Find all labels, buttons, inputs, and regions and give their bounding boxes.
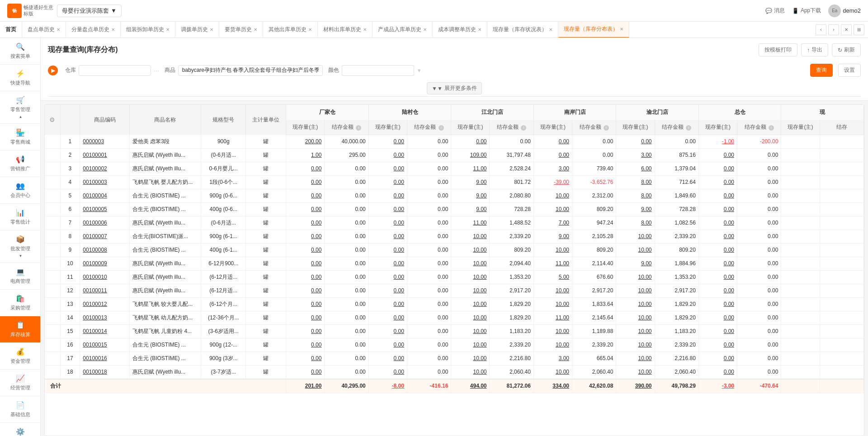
row-yb-qty[interactable]: 10.00: [616, 297, 655, 311]
row-jb-qty[interactable]: 10.00: [451, 338, 490, 352]
row-z-qty[interactable]: 0.00: [698, 175, 737, 189]
row-code[interactable]: 00100004: [80, 189, 130, 202]
row-l-qty[interactable]: 0.00: [368, 352, 407, 365]
export-button[interactable]: ↑ 导出: [801, 43, 828, 56]
row-l-qty[interactable]: 0.00: [368, 148, 407, 162]
refresh-button[interactable]: ↻ 刷新: [832, 43, 861, 56]
print-button[interactable]: 按模板打印: [759, 43, 797, 56]
footer-z-qty[interactable]: -3.00: [698, 379, 737, 393]
row-z-qty[interactable]: 0.00: [698, 297, 737, 311]
close-icon[interactable]: ✕: [423, 27, 427, 32]
row-jb-qty[interactable]: 10.00: [451, 284, 490, 297]
info-icon[interactable]: i: [521, 125, 526, 131]
row-yb-qty[interactable]: 10.00: [616, 311, 655, 324]
row-yb-qty[interactable]: 3.00: [616, 148, 655, 162]
sidebar-item-retail-mgmt[interactable]: 🛒 零售管理 ▲: [0, 91, 40, 124]
close-icon[interactable]: ✕: [308, 27, 312, 32]
footer-f-qty[interactable]: 201.00: [286, 379, 325, 393]
tab-expand-btn[interactable]: ⊞: [854, 24, 864, 35]
row-code[interactable]: 00100018: [80, 365, 130, 379]
warehouse-input[interactable]: [79, 65, 151, 76]
row-na-qty[interactable]: 11.00: [533, 311, 572, 324]
row-l-qty[interactable]: 0.00: [368, 297, 407, 311]
row-yb-qty[interactable]: 9.00: [616, 257, 655, 270]
row-jb-qty[interactable]: 10.00: [451, 297, 490, 311]
row-na-qty[interactable]: 7.00: [533, 216, 572, 230]
row-code[interactable]: 00100003: [80, 175, 130, 189]
row-z-qty[interactable]: 0.00: [698, 162, 737, 175]
expand-more-btn[interactable]: ▼▼ 展开更多条件: [427, 82, 482, 94]
row-na-qty[interactable]: 10.00: [533, 338, 572, 352]
row-code[interactable]: 00100012: [80, 297, 130, 311]
row-code[interactable]: 00100001: [80, 148, 130, 162]
row-yb-qty[interactable]: 10.00: [616, 352, 655, 365]
row-f-qty[interactable]: 0.00: [286, 311, 325, 324]
row-jb-qty[interactable]: 10.00: [451, 257, 490, 270]
row-yb-qty[interactable]: 10.00: [616, 338, 655, 352]
close-icon[interactable]: ✕: [620, 27, 623, 32]
row-na-qty[interactable]: 0.00: [533, 148, 572, 162]
row-l-qty[interactable]: 0.00: [368, 311, 407, 324]
row-yb-qty[interactable]: 10.00: [616, 270, 655, 284]
row-f-qty[interactable]: 1.00: [286, 148, 325, 162]
row-na-qty[interactable]: 10.00: [533, 297, 572, 311]
tab-prev-btn[interactable]: ‹: [816, 24, 826, 35]
row-l-qty[interactable]: 0.00: [368, 230, 407, 243]
row-z-qty[interactable]: 0.00: [698, 270, 737, 284]
row-yb-qty[interactable]: 0.00: [616, 135, 655, 149]
close-icon[interactable]: ✕: [57, 27, 60, 32]
row-z-qty[interactable]: 0.00: [698, 324, 737, 338]
row-z-qty[interactable]: 0.00: [698, 148, 737, 162]
color-input[interactable]: [342, 65, 414, 76]
tab-9[interactable]: 成本调整单历史 ✕: [433, 22, 487, 38]
sidebar-item-search[interactable]: 🔍 搜索英单: [0, 38, 40, 65]
row-jb-qty[interactable]: 11.00: [451, 162, 490, 175]
warehouse-clear-icon[interactable]: ···: [154, 67, 159, 74]
row-jb-qty[interactable]: 109.00: [451, 148, 490, 162]
row-f-qty[interactable]: 0.00: [286, 352, 325, 365]
row-z-qty[interactable]: 0.00: [698, 216, 737, 230]
row-code[interactable]: 0000003: [80, 135, 130, 149]
row-jb-qty[interactable]: 10.00: [451, 311, 490, 324]
row-jb-qty[interactable]: 10.00: [451, 243, 490, 257]
row-code[interactable]: 00100006: [80, 216, 130, 230]
row-yb-qty[interactable]: 10.00: [616, 324, 655, 338]
tab-3[interactable]: 组装拆卸单历史 ✕: [121, 22, 175, 38]
row-l-qty[interactable]: 0.00: [368, 243, 407, 257]
info-icon[interactable]: i: [604, 125, 609, 131]
settings-icon[interactable]: ⚙: [49, 116, 55, 123]
row-code[interactable]: 00100011: [80, 284, 130, 297]
close-icon[interactable]: ✕: [478, 27, 481, 32]
message-icon-area[interactable]: 💬 消息: [765, 7, 785, 14]
row-code[interactable]: 00100010: [80, 270, 130, 284]
row-yb-qty[interactable]: 6.00: [616, 162, 655, 175]
row-yb-qty[interactable]: 10.00: [616, 365, 655, 379]
close-icon[interactable]: ✕: [166, 27, 170, 32]
row-l-qty[interactable]: 0.00: [368, 365, 407, 379]
tab-5[interactable]: 要货单历史 ✕: [219, 22, 263, 38]
row-f-qty[interactable]: 0.00: [286, 324, 325, 338]
row-l-qty[interactable]: 0.00: [368, 202, 407, 216]
close-icon[interactable]: ✕: [254, 27, 257, 32]
tab-8[interactable]: 产成品入库单历史 ✕: [373, 22, 433, 38]
row-yb-qty[interactable]: 9.00: [616, 202, 655, 216]
query-button[interactable]: 查询: [810, 64, 833, 77]
sidebar-item-basics[interactable]: 📄 基础信息: [0, 396, 40, 423]
row-f-qty[interactable]: 0.00: [286, 230, 325, 243]
row-l-qty[interactable]: 0.00: [368, 189, 407, 202]
row-z-qty[interactable]: 0.00: [698, 202, 737, 216]
sidebar-item-inventory[interactable]: 📋 库存核算: [0, 316, 40, 343]
sidebar-item-retail-mall[interactable]: 🏪 零售商城: [0, 124, 40, 150]
close-icon[interactable]: ✕: [210, 27, 213, 32]
close-icon[interactable]: ✕: [549, 27, 552, 32]
row-jb-qty[interactable]: 10.00: [451, 324, 490, 338]
row-jb-qty[interactable]: 10.00: [451, 230, 490, 243]
info-icon[interactable]: i: [439, 125, 444, 131]
tab-10[interactable]: 现存量（库存状况表） ✕: [487, 22, 558, 38]
settings-button[interactable]: 设置: [838, 64, 861, 77]
sidebar-item-retail-stats[interactable]: 📊 零售统计: [0, 204, 40, 230]
row-f-qty[interactable]: 0.00: [286, 338, 325, 352]
row-yb-qty[interactable]: 8.00: [616, 189, 655, 202]
sidebar-item-ecommerce[interactable]: 💻 电商管理: [0, 263, 40, 290]
footer-l-qty[interactable]: -8.00: [368, 379, 407, 393]
